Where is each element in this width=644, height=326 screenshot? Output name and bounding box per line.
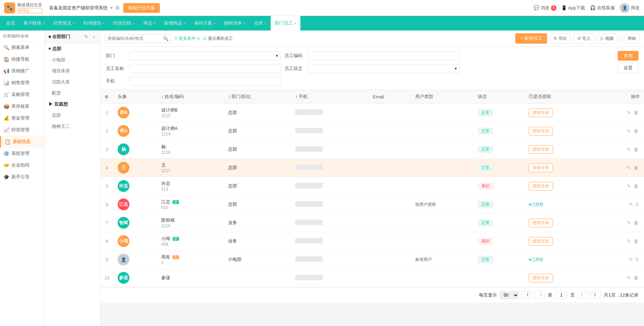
close-icon[interactable]: × — [133, 21, 135, 25]
close-icon[interactable]: × — [264, 21, 266, 25]
delete-icon[interactable]: 🗑 — [632, 219, 640, 226]
col-dept[interactable]: ↕ 部门/职位 — [224, 90, 291, 104]
close-icon[interactable]: × — [214, 21, 216, 25]
dept-item-shenyang[interactable]: 沈阳大库 — [45, 77, 100, 88]
more-filter-btn[interactable]: ▽ 更多条件 ∧ — [174, 36, 200, 42]
dept-item-tree[interactable]: 植树王二 — [45, 121, 100, 132]
edit-icon[interactable]: ✎ — [625, 219, 632, 226]
next-page-btn[interactable]: 〉 — [578, 291, 588, 299]
dept-item-shuangling[interactable]: ▶ 双庭想 — [45, 99, 100, 110]
dept-item-smallelec[interactable]: 小电部 — [45, 54, 100, 65]
add-employee-button[interactable]: + 新增员工 — [515, 33, 547, 44]
help-button[interactable]: 帮助 — [624, 34, 640, 44]
sidebar-item-basic[interactable]: 📋 基础信息 — [0, 136, 45, 148]
sidebar-item-sales[interactable]: 📊 销售管理 — [0, 77, 45, 89]
page-input[interactable] — [555, 292, 568, 299]
sidebar-item-marketing[interactable]: 📢 营销推广 — [0, 65, 45, 77]
delete-icon[interactable]: 🗑 — [632, 183, 640, 190]
edit-icon[interactable]: ✎ — [625, 274, 632, 281]
delete-icon[interactable]: 🗑 — [632, 127, 640, 134]
delete-icon[interactable]: 🗑 — [632, 146, 640, 153]
nav-tab-employee[interactable]: 部门员工 × — [271, 16, 300, 30]
close-icon[interactable]: × — [103, 21, 105, 25]
close-icon[interactable]: × — [294, 21, 296, 25]
first-page-btn[interactable]: 《 — [521, 291, 532, 299]
dept-item-hq2[interactable]: 总部 — [45, 110, 100, 121]
nav-tab-home[interactable]: 首页 — [2, 16, 19, 30]
nav-tab-profit[interactable]: 利润报告 × — [79, 16, 109, 30]
nav-tab-history[interactable]: 经营历程 × — [109, 16, 139, 30]
sidebar-item-system[interactable]: ⚙️ 系统管理 — [0, 148, 45, 159]
page-size-select[interactable]: 50 100 200 — [500, 291, 519, 299]
auth-btn[interactable]: 授权登录 — [529, 182, 553, 191]
nav-tab-barcode[interactable]: 条码方案 × — [190, 16, 220, 30]
messages-item[interactable]: 💬 消息 5 — [534, 5, 556, 11]
nav-tab-operation[interactable]: 经营情况 × — [49, 16, 79, 30]
nav-tab-customer[interactable]: 客户联络 × — [19, 16, 49, 30]
app-download-item[interactable]: 📱 App下载 — [561, 5, 585, 11]
edit-icon[interactable]: ✎ — [625, 164, 632, 171]
trial-button[interactable]: 体验行业方案 — [123, 3, 160, 13]
nav-tab-addgoods[interactable]: 新增商品 × — [160, 16, 190, 30]
dept-item-headquarters[interactable]: ▾ 总部 — [45, 43, 100, 54]
filter-empname-input[interactable] — [129, 64, 281, 73]
auth-btn[interactable]: 授权登录 — [529, 145, 553, 154]
delete-icon[interactable]: 🗑 — [632, 274, 640, 281]
delete-icon[interactable]: 🗑 — [632, 238, 640, 245]
close-icon[interactable]: × — [243, 21, 245, 25]
edit-icon[interactable]: ✎ — [625, 109, 632, 116]
dept-collapse-icon[interactable]: « — [91, 33, 97, 40]
sidebar-item-search[interactable]: 🔍 搜索菜单 — [0, 42, 45, 53]
close-icon[interactable]: × — [73, 21, 75, 25]
settings-icon[interactable]: ⚙ — [115, 5, 120, 11]
edit-icon[interactable]: ✎ — [625, 238, 632, 245]
delete-icon[interactable]: 🗑 — [632, 164, 640, 171]
nav-tab-warehouse[interactable]: 仓库 × — [250, 16, 271, 30]
last-page-btn[interactable]: 》 — [591, 291, 601, 299]
show-archived-toggle[interactable]: ☑ 显示离职员工 — [203, 36, 233, 42]
search-input[interactable] — [108, 36, 163, 41]
edit-icon[interactable]: ✎ — [627, 201, 634, 208]
edit-icon[interactable]: ✎ — [625, 183, 632, 190]
sidebar-item-inventory[interactable]: 📦 库存核算 — [0, 100, 45, 112]
copy-icon[interactable]: ⎘ — [634, 201, 640, 208]
delete-icon[interactable]: 🗑 — [632, 109, 640, 116]
close-icon[interactable]: × — [43, 21, 45, 25]
edit-icon[interactable]: ✎ — [625, 146, 632, 153]
copy-icon[interactable]: ⎘ — [634, 256, 640, 263]
prev-page-btn[interactable]: 〈 — [535, 291, 545, 299]
view-button[interactable]: ▷ 视频 — [597, 34, 617, 44]
col-settings[interactable]: ⚙ — [100, 90, 114, 104]
set-button[interactable]: 设置 — [618, 63, 638, 73]
dept-edit-icon[interactable]: ✎ — [83, 33, 90, 40]
filter-status-select[interactable]: ▾ — [308, 64, 460, 73]
sidebar-search-input[interactable] — [3, 34, 45, 38]
nav-tab-goods[interactable]: 商品 × — [139, 16, 160, 30]
sidebar-item-finance[interactable]: 💰 资金管理 — [0, 112, 45, 124]
col-phone[interactable]: ↕ 手机 — [291, 90, 369, 104]
auth-btn[interactable]: 授权登录 — [529, 274, 553, 282]
auth-btn[interactable]: 授权登录 — [529, 108, 553, 117]
filter-phone-input[interactable] — [129, 77, 281, 86]
dept-item-projroom[interactable]: 项目库房 — [45, 65, 100, 77]
sidebar-item-guide[interactable]: 🎓 新手引导 — [0, 171, 45, 183]
auth-btn[interactable]: 授权登录 — [529, 164, 553, 172]
filter-empcode-input[interactable] — [308, 51, 460, 60]
sidebar-item-quicknav[interactable]: 🏠 快捷导航 — [0, 53, 45, 65]
filter-dept-select[interactable]: ▾ — [129, 51, 281, 60]
edit-icon[interactable]: ✎ — [627, 256, 634, 263]
auth-btn[interactable]: 授权登录 — [529, 127, 553, 135]
close-icon[interactable]: × — [183, 21, 185, 25]
edit-icon[interactable]: ✎ — [625, 127, 632, 134]
sidebar-item-purchase[interactable]: 🛒 采购管理 — [0, 89, 45, 100]
online-service-item[interactable]: 🎧 在线客服 — [590, 5, 615, 11]
sidebar-item-business[interactable]: 📈 经营管理 — [0, 124, 45, 136]
col-name[interactable]: ↕ 姓名/编码 — [157, 90, 224, 104]
export-button[interactable]: ↻ 导出 — [550, 34, 571, 44]
nav-tab-bom[interactable]: 物料清单 × — [220, 16, 250, 30]
auth-btn[interactable]: 授权登录 — [529, 219, 553, 227]
user-item[interactable]: 👤 用友 — [620, 3, 640, 13]
query-button[interactable]: 查询 — [618, 51, 638, 61]
system-dropdown-icon[interactable]: ▾ — [110, 5, 113, 10]
sidebar-item-collab[interactable]: 🤝 企业协同 — [0, 159, 45, 171]
